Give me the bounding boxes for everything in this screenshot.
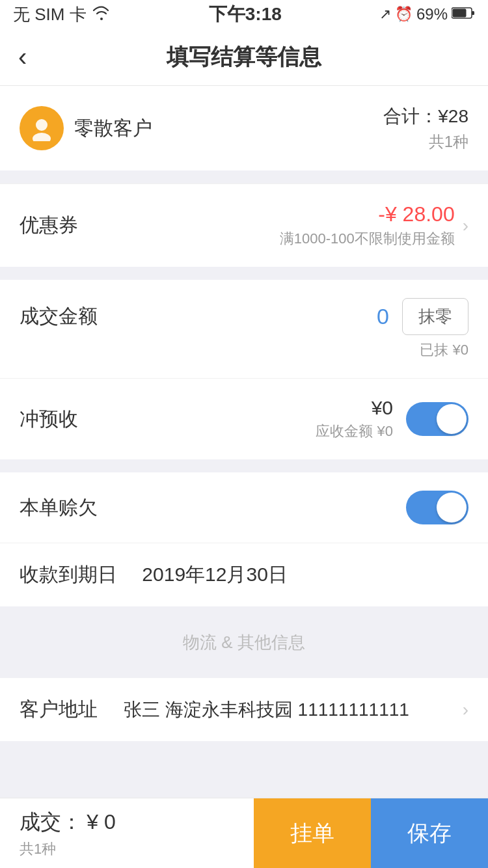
divider-6 (0, 741, 488, 754)
alarm-icon: ⏰ (395, 6, 413, 23)
prereceive-label: 冲预收 (20, 406, 78, 433)
save-button[interactable]: 保存 (371, 798, 488, 869)
prereceive-amount: ¥0 应收金额 ¥0 (316, 397, 393, 441)
prereceive-section: 冲预收 ¥0 应收金额 ¥0 (0, 378, 488, 459)
coupon-value: -¥ 28.00 满1000-100不限制使用金额 (280, 202, 455, 249)
debit-toggle-knob (437, 493, 467, 522)
prereceive-desc: 应收金额 ¥0 (316, 422, 393, 441)
debit-section: 本单赊欠 (0, 472, 488, 543)
transaction-section: 成交金额 0 抹零 已抹 ¥0 (0, 280, 488, 378)
location-icon: ↗ (379, 6, 391, 23)
duedate-label: 收款到期日 (20, 563, 117, 585)
logistics-text: 物流 & 其他信息 (183, 631, 305, 654)
coupon-row[interactable]: 优惠券 -¥ 28.00 满1000-100不限制使用金额 › (0, 183, 488, 267)
content: 零散客户 合计：¥28 共1种 优惠券 -¥ 28.00 满1000-100不限… (0, 86, 488, 832)
coupon-right: -¥ 28.00 满1000-100不限制使用金额 › (280, 202, 468, 249)
hang-button[interactable]: 挂单 (254, 798, 371, 869)
battery-percent: 69% (416, 5, 448, 23)
transaction-right: 0 抹零 (377, 298, 468, 335)
bottom-bar: 成交： ¥ 0 共1种 挂单 保存 (0, 798, 488, 868)
customer-right: 合计：¥28 共1种 (383, 104, 468, 152)
customer-section: 零散客户 合计：¥28 共1种 (0, 86, 488, 170)
nav-bar: ‹ 填写结算等信息 (0, 29, 488, 86)
bottom-transaction-label: 成交： (20, 810, 82, 834)
page-title: 填写结算等信息 (167, 42, 321, 72)
sim-status: 无 SIM 卡 (13, 3, 87, 26)
logistics-label: 物流 & 其他信息 (172, 631, 316, 654)
divider-1 (0, 170, 488, 183)
status-bar: 无 SIM 卡 下午3:18 ↗ ⏰ 69% (0, 0, 488, 29)
bottom-transaction: 成交： ¥ 0 (20, 808, 234, 837)
divider-5 (0, 665, 488, 678)
divider-4 (0, 606, 488, 619)
customer-total: 合计：¥28 (383, 104, 468, 129)
round-button[interactable]: 抹零 (402, 298, 468, 335)
status-left: 无 SIM 卡 (13, 3, 111, 26)
svg-rect-2 (452, 9, 466, 18)
coupon-section[interactable]: 优惠券 -¥ 28.00 满1000-100不限制使用金额 › (0, 183, 488, 267)
wifi-icon (92, 5, 111, 25)
prereceive-right: ¥0 应收金额 ¥0 (316, 397, 468, 441)
coupon-chevron-icon: › (463, 215, 468, 236)
coupon-label: 优惠券 (20, 212, 78, 239)
customer-left: 零散客户 (20, 106, 152, 150)
coupon-discount: -¥ 28.00 (280, 202, 455, 226)
bottom-count: 共1种 (20, 839, 234, 859)
svg-rect-1 (472, 11, 474, 15)
customer-row: 零散客户 合计：¥28 共1种 (0, 86, 488, 170)
address-label: 客户地址 (20, 696, 98, 723)
back-button[interactable]: ‹ (18, 42, 27, 72)
toggle-knob (437, 404, 467, 434)
address-chevron-icon: › (463, 699, 468, 720)
duedate-section: 收款到期日 2019年12月30日 (0, 543, 488, 606)
customer-avatar (20, 106, 64, 150)
svg-point-4 (33, 133, 51, 141)
status-time: 下午3:18 (209, 2, 282, 27)
debit-label: 本单赊欠 (20, 495, 98, 521)
bottom-transaction-value: ¥ 0 (87, 810, 115, 834)
prereceive-value: ¥0 (316, 397, 393, 419)
already-rounded: 已抹 ¥0 (20, 340, 468, 360)
status-right: ↗ ⏰ 69% (379, 5, 475, 23)
svg-point-3 (36, 119, 47, 131)
prereceive-row: 冲预收 ¥0 应收金额 ¥0 (20, 397, 468, 441)
duedate-value: 2019年12月30日 (142, 563, 287, 585)
bottom-info: 成交： ¥ 0 共1种 (0, 808, 254, 859)
address-section[interactable]: 客户地址 张三 海淀永丰科技园 11111111111 › (0, 678, 488, 741)
address-value: 张三 海淀永丰科技园 11111111111 (124, 698, 450, 722)
prereceive-toggle[interactable] (406, 402, 468, 436)
divider-3 (0, 459, 488, 472)
transaction-label: 成交金额 (20, 303, 98, 330)
logistics-divider: 物流 & 其他信息 (0, 619, 488, 665)
coupon-desc: 满1000-100不限制使用金额 (280, 229, 455, 249)
customer-name: 零散客户 (74, 115, 152, 142)
transaction-value: 0 (377, 304, 389, 329)
transaction-row: 成交金额 0 抹零 (20, 298, 468, 335)
divider-2 (0, 267, 488, 280)
debit-toggle[interactable] (406, 491, 468, 524)
customer-count: 共1种 (383, 131, 468, 152)
battery-icon (452, 5, 475, 23)
